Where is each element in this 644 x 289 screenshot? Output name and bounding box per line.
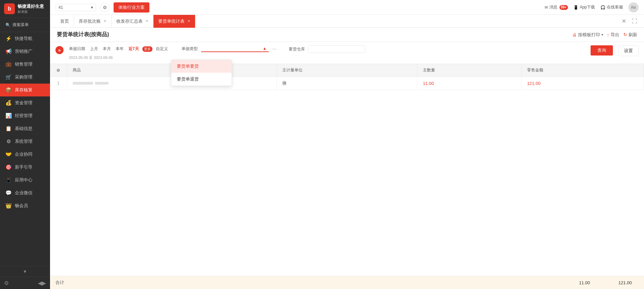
company-select-value: 41 (58, 5, 90, 10)
base-icon: 📋 (5, 126, 11, 132)
main-content: 41 ▾ ⚙ 体验行业方案 ✉ 消息 99+ 📱 App下载 🎧 在线客服 (50, 0, 644, 289)
sidebar-item-app-center[interactable]: 📱 应用中心 (0, 174, 50, 186)
app-download-label: App下载 (580, 4, 595, 10)
sidebar-toggle-icon[interactable]: ◀▶ (38, 280, 46, 286)
tab-receipt-summary[interactable]: 收发存汇总表 ✕ (112, 15, 153, 28)
filter-date-group: 单据日期 上月 本月 本年 近7天 更多 自定义 2023-05-06 至 20… (69, 45, 169, 60)
sidebar-item-marketing[interactable]: 📢 营销推广 (0, 45, 50, 58)
filter-warehouse-group: 要货仓库 (289, 45, 365, 53)
sidebar-item-finance[interactable]: 💰 资金管理 (0, 96, 50, 109)
product-bar (73, 82, 93, 85)
online-service-button[interactable]: 🎧 在线客服 (600, 4, 623, 10)
prev-month-shortcut[interactable]: 上月 (89, 45, 99, 52)
table-header-row: ⚙ 商品 主计量单位 主数量 零售金额 (50, 64, 644, 77)
app-download-button[interactable]: 📱 App下载 (573, 4, 595, 10)
data-table: ⚙ 商品 主计量单位 主数量 零售金额 1 (50, 64, 644, 90)
filter-expand-button[interactable]: » (55, 46, 64, 54)
tab-order-stats-label: 要货单统计表 (158, 18, 185, 24)
tab-bar: 首页 库存批次账 ✕ 收发存汇总表 ✕ 要货单统计表 ✕ ✕ ⛶ (50, 15, 644, 28)
recent7-shortcut[interactable]: 近7天 (127, 45, 140, 52)
chevron-down-icon: ▾ (91, 5, 93, 10)
top-bar: 41 ▾ ⚙ 体验行业方案 ✉ 消息 99+ 📱 App下载 🎧 在线客服 (50, 0, 644, 15)
filter-bar: » 单据日期 上月 本月 本年 近7天 更多 自定义 2023-05-06 至 … (50, 42, 644, 64)
sidebar-item-guide[interactable]: 🎯 新手引导 (0, 161, 50, 174)
marketing-icon: 📢 (5, 48, 11, 54)
service-icon: 🎧 (600, 5, 605, 10)
sidebar-item-system[interactable]: ⚙ 系统管理 (0, 135, 50, 148)
sidebar-item-quick-nav[interactable]: ⚡ 快捷导航 (0, 32, 50, 45)
more-dates-badge[interactable]: 更多 (142, 46, 152, 52)
warehouse-filter-label: 要货仓库 (289, 46, 305, 52)
quick-nav-icon: ⚡ (5, 36, 11, 42)
date-shortcuts: 上月 本月 本年 近7天 更多 自定义 (89, 45, 169, 52)
settings-button[interactable]: 设置 (618, 45, 639, 56)
user-avatar-button[interactable]: Rit (628, 2, 639, 13)
settings-icon[interactable]: ⚙ (4, 280, 9, 286)
tab-order-stats-close[interactable]: ✕ (187, 19, 190, 23)
print-button[interactable]: 🖨 按模板打印 ▾ (572, 32, 603, 38)
sidebar-search-area[interactable]: 🔍 搜索菜单 (0, 18, 50, 32)
tab-home[interactable]: 首页 (55, 15, 74, 28)
page-header: 要货单统计表(按商品) 🖨 按模板打印 ▾ ↑ 导出 ↻ 刷新 (50, 28, 644, 42)
query-button[interactable]: 查询 (591, 45, 613, 55)
sidebar-item-base[interactable]: 📋 基础信息 (0, 122, 50, 135)
tab-close-all-button[interactable]: ✕ (620, 17, 628, 25)
tab-inventory-batch-close[interactable]: ✕ (103, 19, 106, 23)
sidebar-item-label: 基础信息 (15, 126, 32, 132)
export-button[interactable]: ↑ 导出 (607, 32, 620, 38)
footer-quantity: 11.00 (579, 280, 590, 285)
row-amount: 121.00 (522, 77, 644, 90)
type-select-input[interactable] (203, 46, 263, 51)
type-select-arrow-icon[interactable]: ▲ (263, 46, 267, 51)
company-selector[interactable]: 41 ▾ (55, 4, 96, 11)
tab-inventory-batch-label: 库存批次账 (79, 18, 101, 24)
col-settings[interactable]: ⚙ (50, 64, 67, 77)
date-filter-label: 单据日期 (69, 46, 85, 52)
trial-button[interactable]: 体验行业方案 (114, 2, 149, 13)
warehouse-select-input[interactable] (308, 45, 365, 53)
sidebar-item-label: 系统管理 (15, 138, 32, 144)
sidebar-item-enterprise[interactable]: 🤝 企业协同 (0, 148, 50, 161)
this-month-shortcut[interactable]: 本月 (101, 45, 112, 52)
wechat-icon: 💬 (5, 190, 11, 196)
finance-icon: 💰 (5, 100, 11, 106)
sidebar-nav: ⚡ 快捷导航 📢 营销推广 💼 销售管理 🛒 采购管理 📦 库存核算 💰 资金管… (0, 32, 50, 266)
search-menu-button[interactable]: 🔍 搜索菜单 (3, 21, 47, 29)
custom-shortcut[interactable]: 自定义 (154, 45, 169, 52)
filter-date-row: 单据日期 上月 本月 本年 近7天 更多 自定义 (69, 45, 169, 52)
sidebar-item-inventory[interactable]: 📦 库存核算 (0, 84, 50, 96)
table-area: ⚙ 商品 主计量单位 主数量 零售金额 1 (50, 64, 644, 276)
tab-order-stats[interactable]: 要货单统计表 ✕ (153, 15, 195, 28)
messages-button[interactable]: ✉ 消息 99+ (545, 4, 568, 10)
purchase-icon: 🛒 (5, 74, 11, 80)
sidebar-item-label: 畅会员 (15, 203, 28, 209)
sidebar-item-purchase[interactable]: 🛒 采购管理 (0, 71, 50, 84)
sidebar-item-sales[interactable]: 💼 销售管理 (0, 58, 50, 71)
sidebar-scroll-down[interactable]: ▼ (0, 266, 50, 277)
search-icon: 🔍 (5, 23, 10, 27)
sidebar-item-membership[interactable]: 👑 畅会员 (0, 199, 50, 212)
sidebar: b 畅捷通好生意 标准版 🔍 搜索菜单 ⚡ 快捷导航 📢 营销推广 💼 销售管理… (0, 0, 50, 289)
this-year-shortcut[interactable]: 本年 (114, 45, 125, 52)
type-filter-label: 单据类型 (182, 46, 198, 52)
online-service-label: 在线客服 (607, 4, 623, 10)
table-footer: 合计 11.00 121.00 (50, 276, 644, 289)
print-arrow-icon: ▾ (601, 33, 603, 37)
top-bar-left: 41 ▾ ⚙ 体验行业方案 (55, 2, 539, 13)
sidebar-item-wechat[interactable]: 💬 企业微信 (0, 186, 50, 199)
refresh-button[interactable]: ↻ 刷新 (623, 32, 637, 38)
tab-expand-button[interactable]: ⛶ (630, 17, 639, 25)
col-quantity: 主数量 (417, 64, 521, 77)
logo-icon: b (4, 3, 15, 14)
sidebar-item-business[interactable]: 📊 经营管理 (0, 109, 50, 122)
type-select-wrapper[interactable]: ▲ (201, 45, 269, 52)
refresh-label: 刷新 (628, 32, 637, 38)
top-bar-right: ✉ 消息 99+ 📱 App下载 🎧 在线客服 Rit (545, 2, 639, 13)
tab-receipt-summary-close[interactable]: ✕ (145, 19, 148, 23)
dropdown-item-order-return[interactable]: 要货单退货 (171, 73, 232, 86)
gear-button[interactable]: ⚙ (100, 3, 110, 12)
tab-inventory-batch[interactable]: 库存批次账 ✕ (74, 15, 112, 28)
filter-more-button[interactable]: ··· (272, 46, 277, 52)
dropdown-item-order-purchase[interactable]: 要货单要货 (171, 60, 232, 73)
system-icon: ⚙ (5, 138, 11, 144)
